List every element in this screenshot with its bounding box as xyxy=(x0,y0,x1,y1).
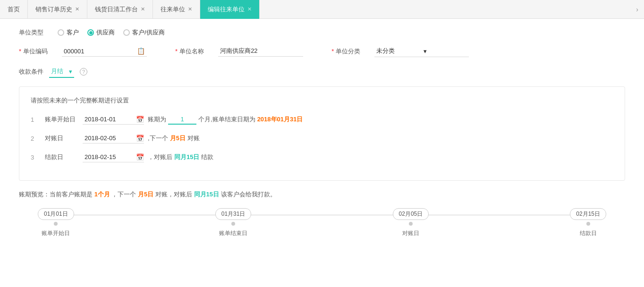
tab-edit-partner[interactable]: 编辑往来单位 ✕ xyxy=(200,0,260,19)
radio-both[interactable]: 客户/供应商 xyxy=(123,28,165,37)
tab-home[interactable]: 首页 xyxy=(0,0,28,19)
unit-category-label: *单位分类 xyxy=(331,47,360,56)
unit-code-icon[interactable]: 📋 xyxy=(135,47,147,55)
tabs-bar: 首页 销售订单历史 ✕ 钱货日清工作台 ✕ 往来单位 ✕ 编辑往来单位 ✕ › xyxy=(0,0,644,19)
preview-text: 账期预览：当前客户账期是 1个月 ，下一个 月5日 对账，对账后 同月15日 该… xyxy=(19,190,625,199)
node-tag-3: 02月05日 xyxy=(393,208,429,220)
tab-sales-history[interactable]: 销售订单历史 ✕ xyxy=(28,0,87,19)
date-input-wrap-2: 📅 xyxy=(83,133,144,144)
close-partner[interactable]: ✕ xyxy=(188,6,192,12)
timeline-node-4: 02月15日 结款日 xyxy=(570,208,606,237)
tabs-scroll-right[interactable]: › xyxy=(630,6,644,13)
unit-code-field-wrap: 📋 xyxy=(62,46,147,57)
close-sales-history[interactable]: ✕ xyxy=(75,6,79,12)
date-input-2[interactable] xyxy=(83,133,136,143)
calendar-icon-3[interactable]: 📅 xyxy=(136,153,144,161)
end-date-highlight: 2018年01月31日 xyxy=(257,115,303,124)
node-dot-2 xyxy=(231,222,235,226)
date-input-3[interactable] xyxy=(83,152,136,162)
radio-circle-customer xyxy=(58,29,64,36)
row-type-1: 账单开始日 xyxy=(45,115,83,124)
next-day-highlight: 月5日 xyxy=(170,134,186,143)
payment-condition-row: 收款条件 月结 ▾ ? xyxy=(19,66,625,78)
setting-card: 请按照未来的一个完整帐期进行设置 1 账单开始日 📅 账期为 个月,账单结束日期… xyxy=(19,86,625,181)
unit-name-input[interactable] xyxy=(218,46,303,56)
timeline-node-2: 01月31日 账单结束日 xyxy=(215,208,252,237)
same-day-highlight: 同月15日 xyxy=(174,153,199,161)
node-dot-1 xyxy=(54,222,58,226)
calendar-icon-1[interactable]: 📅 xyxy=(136,116,144,123)
preview-pay-day: 同月15日 xyxy=(194,191,219,198)
unit-code-input[interactable] xyxy=(62,46,135,56)
node-label-4: 结款日 xyxy=(580,229,597,237)
timeline-nodes: 01月01日 账单开始日 01月31日 账单结束日 02月05日 对账日 02月… xyxy=(38,208,606,237)
row-num-1: 1 xyxy=(31,116,45,123)
card-title: 请按照未来的一个完整帐期进行设置 xyxy=(31,96,613,105)
setting-row-1: 1 账单开始日 📅 账期为 个月,账单结束日期为 2018年01月31日 xyxy=(31,114,613,125)
node-label-2: 账单结束日 xyxy=(219,229,247,237)
preview-day: 月5日 xyxy=(138,191,153,198)
calendar-icon-2[interactable]: 📅 xyxy=(136,135,144,142)
timeline-node-3: 02月05日 对账日 xyxy=(393,208,429,237)
close-cash-work[interactable]: ✕ xyxy=(141,6,145,12)
node-dot-3 xyxy=(409,222,413,226)
node-tag-1: 01月01日 xyxy=(38,208,74,220)
tab-cash-work[interactable]: 钱货日清工作台 ✕ xyxy=(87,0,153,19)
node-label-3: 对账日 xyxy=(402,229,419,237)
unit-name-label: *单位名称 xyxy=(175,47,204,56)
date-input-1[interactable] xyxy=(83,114,136,124)
period-num-input[interactable] xyxy=(168,115,196,125)
page-content: 单位类型 客户 供应商 客户/供应商 *单位编码 📋 xyxy=(0,19,644,287)
chevron-down-icon: ▾ xyxy=(422,46,469,56)
setting-row-3: 3 结款日 📅 ，对账后 同月15日 结款 xyxy=(31,152,613,162)
row-num-3: 3 xyxy=(31,154,45,161)
date-input-wrap-1: 📅 xyxy=(83,114,144,125)
payment-chevron-icon: ▾ xyxy=(67,67,74,76)
row-suffix-1: 账期为 个月,账单结束日期为 2018年01月31日 xyxy=(148,115,303,125)
payment-condition-label: 收款条件 xyxy=(19,68,43,76)
radio-customer[interactable]: 客户 xyxy=(58,28,79,37)
node-tag-2: 01月31日 xyxy=(215,208,252,220)
unit-name-field-wrap xyxy=(218,46,303,57)
unit-info-row: *单位编码 📋 *单位名称 *单位分类 未分类 ▾ xyxy=(19,45,625,57)
row-type-3: 结款日 xyxy=(45,153,83,161)
date-input-wrap-3: 📅 xyxy=(83,152,144,162)
timeline: 01月01日 账单开始日 01月31日 账单结束日 02月05日 对账日 02月… xyxy=(19,208,625,237)
timeline-node-1: 01月01日 账单开始日 xyxy=(38,208,74,237)
radio-circle-both xyxy=(123,29,130,36)
unit-type-label: 单位类型 xyxy=(19,28,43,37)
row-suffix-2: ,下一个 月5日 对账 xyxy=(148,134,200,143)
radio-supplier[interactable]: 供应商 xyxy=(87,28,115,37)
node-dot-4 xyxy=(586,222,590,226)
tab-partner[interactable]: 往来单位 ✕ xyxy=(153,0,200,19)
unit-type-radio-group: 客户 供应商 客户/供应商 xyxy=(58,28,165,37)
row-type-2: 对账日 xyxy=(45,134,83,143)
preview-period: 1个月 xyxy=(94,191,110,198)
unit-code-label: *单位编码 xyxy=(19,47,48,56)
payment-condition-select[interactable]: 月结 ▾ xyxy=(49,66,74,78)
row-num-2: 2 xyxy=(31,135,45,142)
close-edit-partner[interactable]: ✕ xyxy=(247,6,252,12)
node-label-1: 账单开始日 xyxy=(42,229,70,237)
setting-row-2: 2 对账日 📅 ,下一个 月5日 对账 xyxy=(31,133,613,144)
unit-type-row: 单位类型 客户 供应商 客户/供应商 xyxy=(19,28,625,37)
radio-circle-supplier xyxy=(87,29,94,36)
row-suffix-3: ，对账后 同月15日 结款 xyxy=(148,153,213,161)
node-tag-4: 02月15日 xyxy=(570,208,606,220)
help-icon[interactable]: ? xyxy=(80,68,87,76)
unit-category-select[interactable]: 未分类 ▾ xyxy=(374,45,469,57)
